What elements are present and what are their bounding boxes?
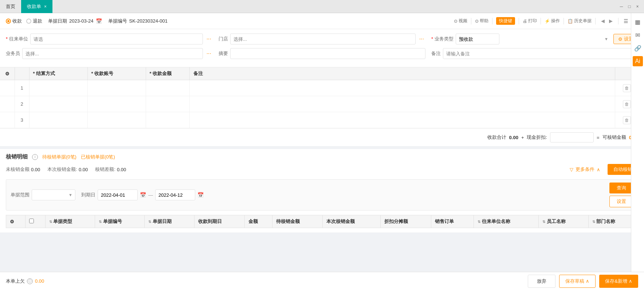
calendar-from-icon[interactable]: 📅 [140, 192, 146, 198]
tab-close-icon[interactable]: × [44, 0, 47, 13]
history-action[interactable]: 📋 历史单据 [568, 18, 592, 24]
window-controls: ─ □ × [618, 3, 644, 10]
table-gear-header[interactable]: ⚙ [0, 67, 15, 80]
minimize-button[interactable]: ─ [618, 3, 625, 10]
row-1-amount[interactable] [146, 80, 189, 96]
sort-counterpart-icon[interactable]: ⇅ [478, 220, 480, 224]
detail-col-checkbox[interactable] [25, 215, 46, 228]
due-date-filter: 到期日 📅 — 📅 [81, 189, 204, 200]
filter-icon: ▽ [570, 167, 573, 172]
counterpart-input[interactable] [30, 34, 203, 44]
counterpart-more-icon[interactable]: ··· [205, 36, 213, 42]
row-1-settle[interactable] [29, 80, 87, 96]
tab-receipt[interactable]: 收款单 × [21, 0, 52, 13]
bill-value: SK-20230324-001 [129, 18, 168, 24]
next-arrow[interactable]: ▶ [607, 17, 614, 25]
bottom-value: 0.00 [35, 278, 44, 284]
receipt-radio[interactable]: 收款 [6, 18, 22, 24]
help-icon: ⊙ [475, 19, 479, 24]
refund-radio[interactable]: 退款 [26, 18, 42, 24]
divider7 [618, 18, 619, 24]
date-field: 单据日期 2023-03-24 📅 [48, 18, 102, 24]
sort-type-icon[interactable]: ⇅ [49, 220, 52, 224]
detail-col-current: 本次核销金额 [323, 215, 381, 228]
pending-tab[interactable]: 待核销单据(0笔) [42, 154, 76, 160]
operation-action[interactable]: ⚡ 操作 [545, 18, 560, 24]
remark-input[interactable] [443, 48, 638, 59]
row-2-remark[interactable] [189, 96, 615, 112]
row-3-remark[interactable] [189, 112, 615, 128]
row-2-amount[interactable] [146, 96, 189, 112]
store-more-icon[interactable]: ··· [418, 36, 425, 42]
discount-input[interactable] [550, 132, 594, 142]
row-1-delete-icon[interactable]: 🗑 [623, 84, 631, 92]
detail-col-salesorder: 销售订单 [431, 215, 474, 228]
summary-input[interactable] [230, 48, 425, 59]
help-action[interactable]: ⊙ 帮助 [475, 18, 488, 24]
due-date-from[interactable] [98, 189, 138, 200]
divider4 [541, 18, 541, 24]
store-input[interactable] [230, 34, 416, 44]
query-button[interactable]: 查询 [609, 183, 633, 193]
equals-sign: = [597, 135, 600, 140]
row-3-settle[interactable] [29, 112, 87, 128]
operation-label: 操作 [551, 18, 560, 24]
counterpart-field: * 往来单位 ··· [6, 34, 213, 44]
sort-date-icon[interactable]: ⇅ [148, 220, 151, 224]
shortcut-action[interactable]: 快捷键 [496, 17, 515, 25]
date-calendar-icon[interactable]: 📅 [96, 18, 102, 24]
sort-dept-icon[interactable]: ⇅ [592, 220, 595, 224]
toolbar: 收款 退款 单据日期 2023-03-24 📅 单据编号 SK-20230324… [0, 13, 644, 29]
sidebar-ai-icon[interactable]: Ai [633, 56, 643, 66]
tab-home-label: 首页 [6, 4, 15, 9]
row-1-remark[interactable] [189, 80, 615, 96]
sidebar-mail-icon[interactable]: ✉ [633, 30, 643, 40]
table-row: 2 🗑 ⧉ [0, 96, 644, 112]
more-conditions[interactable]: ▽ 更多条件 ∧ [570, 166, 600, 173]
summary-field: 摘要 [219, 48, 425, 59]
filter-row: 单据范围 ▼ 到期日 📅 — 📅 查询 设置 [6, 179, 638, 211]
row-1-account[interactable] [87, 80, 146, 96]
tab-home[interactable]: 首页 [0, 0, 21, 13]
verify-info-icon[interactable]: i [32, 154, 38, 160]
row-3-account[interactable] [87, 112, 146, 128]
row-3-num: 3 [15, 112, 29, 128]
close-button[interactable]: × [634, 3, 641, 10]
sort-employee-icon[interactable]: ⇅ [542, 220, 545, 224]
operation-icon: ⚡ [545, 19, 550, 24]
save-new-button[interactable]: 保存&新增 ∧ [599, 275, 638, 288]
range-select[interactable] [32, 189, 75, 200]
salesperson-input[interactable] [22, 48, 203, 59]
detail-col-counterpart: ⇅ 往来单位名称 [474, 215, 539, 228]
detail-settings-button[interactable]: 设置 [609, 196, 633, 207]
biztype-select[interactable]: 预收款 [456, 34, 499, 44]
verify-title: 核销明细 [6, 153, 28, 160]
salesperson-more-icon[interactable]: ··· [205, 50, 213, 57]
help-label: 帮助 [480, 18, 488, 24]
maximize-button[interactable]: □ [626, 3, 633, 10]
calendar-to-icon[interactable]: 📅 [197, 192, 204, 198]
due-date-to[interactable] [155, 189, 195, 200]
sort-billno-icon[interactable]: ⇅ [99, 220, 102, 224]
row-2-delete-icon[interactable]: 🗑 [623, 100, 631, 108]
row-3-delete-icon[interactable]: 🗑 [623, 116, 631, 124]
sidebar-table-icon[interactable]: ▦ [633, 17, 643, 27]
biztype-field: * 业务类型 预收款 ▼ ⚙ 设置 [431, 34, 638, 44]
detail-col-gear[interactable]: ⚙ [6, 215, 25, 228]
video-action[interactable]: ⊙ 视频 [454, 18, 467, 24]
unverified-value: 0.00 [31, 167, 40, 172]
list-view-icon[interactable]: ☰ [622, 17, 629, 25]
bottom-info-icon[interactable]: ⓘ [27, 278, 33, 284]
select-all-checkbox[interactable] [29, 219, 34, 223]
row-2-account[interactable] [87, 96, 146, 112]
print-action[interactable]: 🖨 打印 [523, 18, 537, 24]
abandon-button[interactable]: 放弃 [528, 275, 555, 288]
done-tab[interactable]: 已核销单据(0笔) [81, 154, 115, 160]
row-2-settle[interactable] [29, 96, 87, 112]
table-row: 1 🗑 ⧉ [0, 80, 644, 96]
row-3-amount[interactable] [146, 112, 189, 128]
detail-col-employee: ⇅ 员工名称 [539, 215, 588, 228]
sidebar-link-icon[interactable]: 🔗 [633, 43, 643, 53]
save-draft-button[interactable]: 保存草稿 ∧ [559, 275, 596, 288]
prev-arrow[interactable]: ◀ [599, 17, 606, 25]
